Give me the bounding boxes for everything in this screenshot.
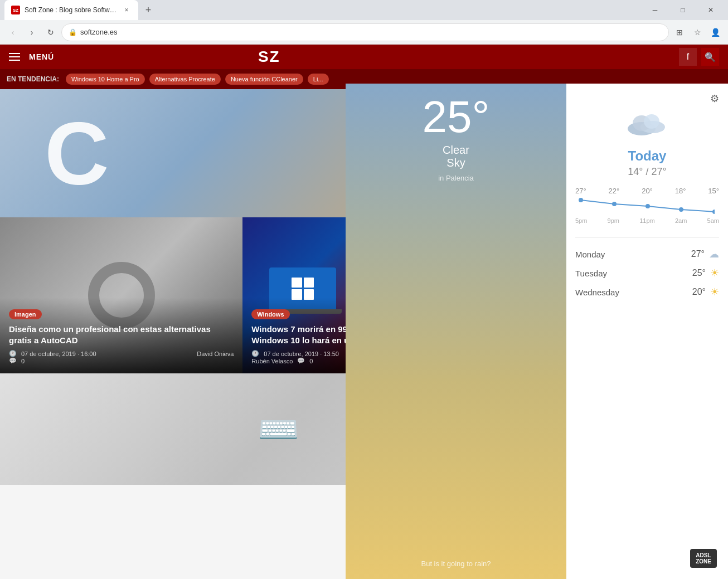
forecast-icon-2: ☀: [710, 286, 719, 298]
facebook-icon[interactable]: f: [679, 48, 697, 66]
win-quad-1: [292, 278, 302, 288]
nav-bar: ‹ › ↻ 🔒 softzone.es ⊞ ☆ 👤: [0, 20, 728, 45]
svg-text:SZ: SZ: [13, 8, 18, 13]
bookmark-button[interactable]: ☆: [689, 24, 706, 41]
card-author-1: Rubén Velasco: [251, 358, 293, 364]
hourly-chart: 27° 22° 20° 18° 15°: [575, 187, 719, 224]
weather-location: in Palencia: [438, 174, 474, 182]
svg-point-7: [612, 202, 617, 206]
clock-icon: 🕐: [9, 350, 17, 357]
menu-bar: MENÚ SZ f 🔍: [0, 45, 728, 69]
back-button[interactable]: ‹: [4, 24, 21, 41]
trending-items: Windows 10 Home a Pro Alternativas Procr…: [66, 74, 328, 85]
weather-question: But is it going to rain?: [421, 559, 491, 568]
address-bar[interactable]: 🔒 softzone.es: [61, 23, 669, 41]
card-comments-0: 💬 0: [9, 357, 234, 364]
maximize-button[interactable]: □: [670, 1, 696, 19]
site-header: MENÚ SZ f 🔍 EN TENDENCIA: Windows 10 Hom…: [0, 45, 728, 89]
forecast-icon-1: ☀: [710, 267, 719, 279]
time-4: 5am: [707, 217, 719, 224]
forecast-day-2: Wednesday: [575, 288, 692, 297]
menu-label: MENÚ: [29, 52, 54, 61]
today-label: Today: [575, 148, 719, 164]
temp-3: 18°: [675, 187, 686, 195]
card-tag-1: Windows: [251, 309, 289, 319]
times-row: 5pm 9pm 11pm 2am 5am: [575, 217, 719, 224]
forecast-row-2: Wednesday 20° ☀: [575, 283, 719, 301]
card-date-0: 07 de octubre, 2019 · 16:00: [21, 351, 96, 357]
card-tag-0: Imagen: [9, 309, 42, 319]
profile-button[interactable]: 👤: [707, 24, 724, 41]
keyboard-visual: ⌨️: [258, 410, 298, 449]
time-0: 5pm: [575, 217, 587, 224]
search-icon[interactable]: 🔍: [701, 48, 719, 66]
weather-right-panel: ⚙ Today 14° /: [566, 84, 728, 579]
forecast-temp-1: 25°: [692, 268, 706, 278]
weather-settings-button[interactable]: ⚙: [710, 93, 719, 105]
weather-cloud-icon: [625, 109, 669, 144]
minimize-button[interactable]: ─: [642, 1, 668, 19]
temp-2: 20°: [642, 187, 653, 195]
trending-item-0[interactable]: Windows 10 Home a Pro: [66, 74, 145, 85]
extensions-button[interactable]: ⊞: [671, 24, 688, 41]
forecast-divider: [575, 237, 719, 238]
address-text: softzone.es: [80, 28, 662, 36]
svg-point-9: [679, 207, 683, 212]
hamburger-menu[interactable]: [9, 53, 20, 61]
temps-row: 27° 22° 20° 18° 15°: [575, 187, 719, 195]
trending-label: EN TENDENCIA:: [7, 75, 59, 83]
browser-frame: SZ Soft Zone : Blog sobre Software × + ─…: [0, 0, 728, 579]
card-overlay-0: Imagen Diseña como un profesional con es…: [0, 298, 242, 373]
window-controls: ─ □ ✕: [642, 1, 724, 19]
forecast-row-1: Tuesday 25° ☀: [575, 264, 719, 283]
new-tab-button[interactable]: +: [140, 2, 156, 18]
trending-item-1[interactable]: Alternativas Procreate: [149, 74, 221, 85]
website: MENÚ SZ f 🔍 EN TENDENCIA: Windows 10 Hom…: [0, 45, 728, 579]
svg-point-6: [579, 198, 583, 202]
forecast-temp-0: 27°: [691, 249, 705, 259]
close-button[interactable]: ✕: [698, 1, 724, 19]
time-2: 11pm: [639, 217, 655, 224]
adsl-badge-inner: ADSL ZONE: [690, 549, 717, 568]
clock-icon-1: 🕐: [251, 350, 259, 357]
temp-0: 27°: [575, 187, 586, 195]
site-logo: SZ: [258, 48, 280, 66]
windows-logo: [292, 278, 314, 300]
time-1: 9pm: [608, 217, 619, 224]
hourly-line-chart: [575, 197, 715, 214]
today-range: 14° / 27°: [575, 166, 719, 178]
temp-1: 22°: [609, 187, 620, 195]
reload-button[interactable]: ↻: [42, 24, 59, 41]
weather-temperature: 25°: [423, 95, 490, 139]
browser-tab[interactable]: SZ Soft Zone : Blog sobre Software ×: [4, 0, 138, 20]
win-quad-2: [304, 278, 314, 288]
tab-favicon: SZ: [11, 6, 20, 14]
lock-icon: 🔒: [69, 28, 77, 36]
header-icons: f 🔍: [679, 48, 719, 66]
card-date-1: 07 de octubre, 2019 · 13:50: [264, 351, 339, 357]
weather-overlay: 25° Clear Sky in Palencia But is it goin…: [346, 84, 728, 579]
card-title-0: Diseña como un profesional con estas alt…: [9, 324, 234, 346]
article-card-0[interactable]: Imagen Diseña como un profesional con es…: [0, 217, 242, 373]
svg-point-10: [712, 210, 715, 214]
forecast-icon-0: ☁: [709, 248, 719, 260]
browser-content: MENÚ SZ f 🔍 EN TENDENCIA: Windows 10 Hom…: [0, 45, 728, 579]
temp-4: 15°: [708, 187, 719, 195]
tab-close-button[interactable]: ×: [122, 5, 132, 15]
svg-point-8: [646, 204, 650, 208]
tab-title: Soft Zone : Blog sobre Software: [25, 6, 117, 14]
trending-item-3[interactable]: Li...: [308, 74, 329, 85]
nav-actions: ⊞ ☆ 👤: [671, 24, 724, 41]
forward-button[interactable]: ›: [23, 24, 40, 41]
forecast-day-1: Tuesday: [575, 269, 692, 278]
card-author-0: David Onieva: [197, 351, 234, 357]
card-meta-0: 🕐 07 de octubre, 2019 · 16:00 David Onie…: [9, 350, 234, 357]
svg-point-5: [644, 114, 659, 129]
comment-icon: 💬: [9, 357, 17, 364]
trending-item-2[interactable]: Nueva función CCleaner: [225, 74, 303, 85]
forecast-day-0: Monday: [575, 250, 691, 259]
forecast-temp-2: 20°: [692, 287, 706, 297]
hero-letter: C: [45, 109, 109, 198]
adsl-badge[interactable]: ADSL ZONE: [690, 549, 717, 568]
title-bar: SZ Soft Zone : Blog sobre Software × + ─…: [0, 0, 728, 20]
